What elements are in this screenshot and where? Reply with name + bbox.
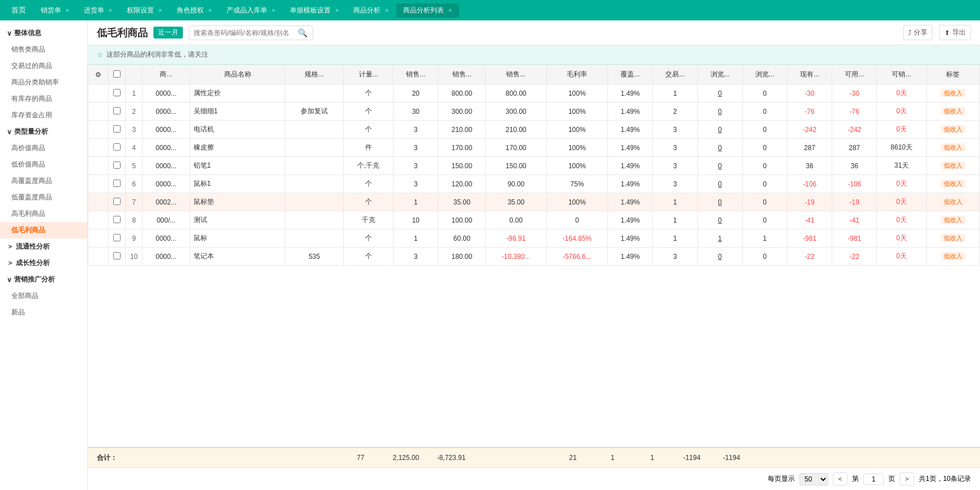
cell-view1[interactable]: 0 (697, 175, 742, 193)
sidebar-item-low-coverage[interactable]: 低覆盖度商品 (0, 189, 87, 206)
close-permission-icon[interactable]: × (159, 7, 162, 14)
page-input[interactable] (863, 474, 884, 485)
cell-name: 橡皮擦 (190, 139, 285, 157)
cell-unit: 个 (344, 175, 393, 193)
cell-view1[interactable]: 0 (697, 121, 742, 139)
close-purchase-order-icon[interactable]: × (109, 7, 112, 14)
cell-sales-price: 300.00 (438, 103, 486, 121)
cell-code: 0002... (143, 193, 190, 211)
sidebar-item-low-value[interactable]: 低价值商品 (0, 156, 87, 173)
col-settings[interactable]: ⚙ (88, 65, 109, 84)
cell-check[interactable] (109, 121, 126, 139)
cell-sales-profit: 150.00 (486, 157, 546, 175)
close-sales-order-icon[interactable]: × (66, 7, 69, 14)
col-check (109, 65, 126, 84)
sidebar-item-high-value[interactable]: 高价值商品 (0, 140, 87, 156)
cell-transaction: 1 (653, 211, 697, 229)
cell-check[interactable] (109, 157, 126, 175)
export-button[interactable]: ⬆ 导出 (939, 25, 971, 40)
row-checkbox[interactable] (113, 198, 121, 205)
cell-check[interactable] (109, 175, 126, 193)
search-input[interactable] (194, 29, 296, 37)
close-product-analysis-list-icon[interactable]: × (448, 7, 452, 14)
nav-product-analysis[interactable]: 商品分析 × (346, 3, 395, 18)
cell-current-stock: -22 (787, 248, 832, 266)
row-checkbox[interactable] (113, 125, 121, 133)
nav-template-setting[interactable]: 单据模板设置 × (283, 3, 345, 18)
cell-check[interactable] (109, 248, 126, 266)
search-icon[interactable]: 🔍 (298, 28, 307, 37)
sidebar-item-high-margin[interactable]: 高毛利商品 (0, 206, 87, 222)
cell-check[interactable] (109, 211, 126, 229)
nav-finished-goods[interactable]: 产成品入库单 × (220, 3, 282, 18)
nav-purchase-order[interactable]: 进货单 × (77, 3, 119, 18)
cell-view1[interactable]: 1 (697, 229, 742, 248)
search-box[interactable]: 🔍 (189, 25, 313, 40)
period-tag[interactable]: 近一月 (153, 27, 183, 39)
cell-check[interactable] (109, 84, 126, 103)
cell-check[interactable] (109, 193, 126, 211)
cell-view2: 1 (742, 229, 787, 248)
cell-transaction: 3 (653, 157, 697, 175)
row-checkbox[interactable] (113, 252, 121, 259)
cell-view2: 0 (742, 121, 787, 139)
cell-sales-qty: 10 (393, 211, 438, 229)
row-checkbox[interactable] (113, 180, 121, 187)
row-checkbox[interactable] (113, 234, 121, 241)
cell-available: -19 (832, 193, 877, 211)
row-checkbox[interactable] (113, 143, 121, 151)
sidebar-item-all-goods[interactable]: 全部商品 (0, 288, 87, 304)
close-role-auth-icon[interactable]: × (208, 7, 212, 14)
sidebar-item-high-coverage[interactable]: 高覆盖度商品 (0, 173, 87, 189)
cell-check[interactable] (109, 103, 126, 121)
per-page-select[interactable]: 50 20 100 (799, 473, 828, 485)
prev-page-button[interactable]: ＜ (833, 472, 848, 485)
cell-view1[interactable]: 0 (697, 157, 742, 175)
nav-sales-order[interactable]: 销货单 × (34, 3, 76, 18)
cell-view1[interactable]: 0 (697, 211, 742, 229)
collapse-type-icon: ∨ (7, 128, 12, 136)
nav-permission[interactable]: 权限设置 × (120, 3, 169, 18)
sidebar-group-growth[interactable]: ＞ 成长性分析 (0, 255, 87, 271)
share-button[interactable]: ⤴ 分享 (903, 25, 932, 40)
sidebar-item-new-goods[interactable]: 新品 (0, 304, 87, 321)
sidebar-group-liquidity[interactable]: ＞ 流通性分析 (0, 238, 87, 255)
sidebar-item-category-rate[interactable]: 商品分类助销率 (0, 74, 87, 91)
cell-view1[interactable]: 0 (697, 248, 742, 266)
row-checkbox[interactable] (113, 89, 121, 96)
close-product-analysis-icon[interactable]: × (385, 7, 388, 14)
cell-check[interactable] (109, 139, 126, 157)
cell-view1[interactable]: 0 (697, 193, 742, 211)
sidebar-item-capital[interactable]: 库存资金占用 (0, 107, 87, 123)
cell-sales-qty: 3 (393, 175, 438, 193)
nav-product-analysis-list[interactable]: 商品分析列表 × (396, 3, 459, 18)
cell-transaction: 3 (653, 121, 697, 139)
sidebar-item-traded-goods[interactable]: 交易过的商品 (0, 58, 87, 74)
nav-home[interactable]: 首页 (5, 3, 33, 18)
row-checkbox[interactable] (113, 161, 121, 169)
table-row: 2 0000... 吴细细1 参加复试 个 30 300.00 300.00 1… (88, 103, 980, 121)
table-row: 3 0000... 电话机 个 3 210.00 210.00 100% 1.4… (88, 121, 980, 139)
main-layout: ∨ 整体信息 销售类商品 交易过的商品 商品分类助销率 有库存的商品 库存资金占… (0, 20, 980, 490)
sidebar-item-sales-goods[interactable]: 销售类商品 (0, 41, 87, 58)
row-checkbox[interactable] (113, 216, 121, 223)
cell-gross-margin: 100% (546, 103, 607, 121)
cell-saleable: 0天 (877, 193, 926, 211)
next-page-button[interactable]: ＞ (900, 472, 914, 485)
cell-settings (88, 103, 109, 121)
nav-role-auth[interactable]: 角色授权 × (170, 3, 219, 18)
sidebar-item-in-stock[interactable]: 有库存的商品 (0, 91, 87, 107)
sidebar-item-low-margin[interactable]: 低毛利商品 (0, 222, 87, 238)
cell-view1[interactable]: 0 (697, 103, 742, 121)
cell-unit: 个 (344, 193, 393, 211)
cell-view1[interactable]: 0 (697, 139, 742, 157)
sidebar-group-marketing[interactable]: ∨ 营销推广分析 (0, 271, 87, 288)
row-checkbox[interactable] (113, 107, 121, 114)
sidebar-group-overall[interactable]: ∨ 整体信息 (0, 25, 87, 41)
cell-check[interactable] (109, 229, 126, 248)
close-finished-goods-icon[interactable]: × (272, 7, 275, 14)
cell-view1[interactable]: 0 (697, 84, 742, 103)
close-template-setting-icon[interactable]: × (335, 7, 339, 14)
select-all-checkbox[interactable] (113, 70, 121, 78)
sidebar-group-type-analysis[interactable]: ∨ 类型量分析 (0, 123, 87, 140)
